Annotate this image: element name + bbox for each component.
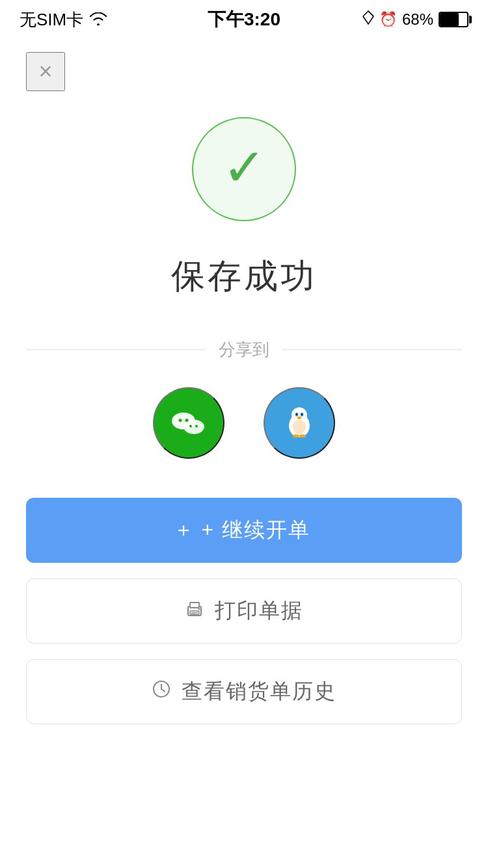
history-button[interactable]: 查看销货单历史 [26,659,462,724]
wechat-icon [168,402,210,444]
wifi-icon [90,10,107,30]
svg-point-21 [198,608,200,610]
svg-point-12 [297,416,302,419]
status-left: 无SIM卡 [20,8,107,31]
divider-right [282,349,462,350]
battery-icon [439,12,468,27]
svg-point-3 [185,419,189,422]
svg-point-15 [299,435,306,438]
success-title: 保存成功 [171,254,317,299]
close-icon: × [38,60,52,83]
share-label: 分享到 [219,338,269,361]
svg-point-4 [189,425,192,427]
status-bar: 无SIM卡 下午3:20 ⏰ 68% [0,0,488,39]
alarm-icon: ⏰ [379,11,397,28]
carrier-text: 无SIM卡 [20,8,83,31]
print-icon [185,599,204,623]
location-icon [362,10,374,29]
continue-label: + 继续开单 [202,516,311,545]
checkmark-icon: ✓ [223,142,266,194]
continue-plus-icon: + [178,519,191,543]
main-content: × ✓ 保存成功 分享到 [0,39,488,868]
wechat-share-button[interactable] [153,387,224,459]
svg-point-14 [293,435,299,438]
print-label: 打印单据 [215,597,303,625]
share-section: 分享到 [26,338,462,459]
svg-point-5 [195,425,198,427]
qq-share-button[interactable] [264,387,335,459]
print-button[interactable]: 打印单据 [26,578,462,644]
svg-point-2 [179,419,182,422]
close-button[interactable]: × [26,52,65,91]
svg-point-13 [293,420,306,434]
status-right: ⏰ 68% [362,10,468,29]
share-icons [26,387,462,459]
divider-left [26,349,206,350]
history-icon [152,679,171,704]
qq-icon [278,402,320,444]
continue-button[interactable]: + + 继续开单 [26,498,462,563]
svg-point-10 [296,414,297,415]
history-label: 查看销货单历史 [182,677,336,706]
action-buttons: + + 继续开单 打印单据 [26,498,462,724]
svg-rect-17 [190,603,199,608]
share-divider-row: 分享到 [26,338,462,361]
battery-pct-text: 68% [402,10,433,29]
success-circle: ✓ [192,117,296,221]
svg-point-11 [301,414,303,415]
time-display: 下午3:20 [208,7,280,32]
